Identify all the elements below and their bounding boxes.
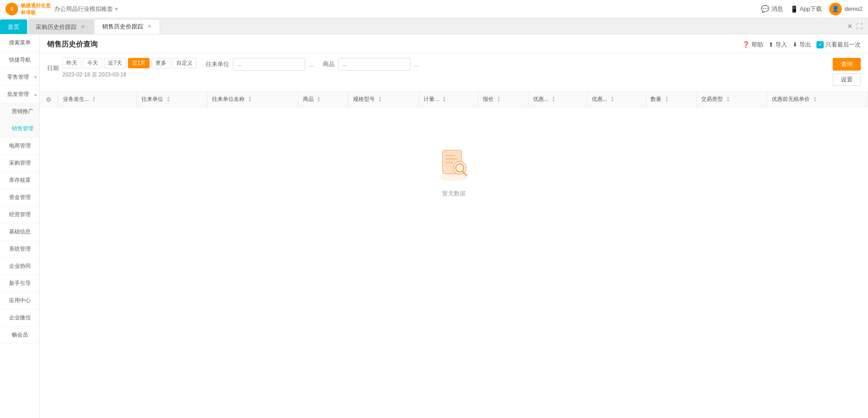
app-download-button[interactable]: 📱 App下载 xyxy=(790,5,822,13)
goods-filter-group: 商品 ... xyxy=(323,58,419,71)
col-discount2[interactable]: 优惠... ▲▼ xyxy=(587,92,646,107)
date-filter-label: 日期 xyxy=(47,64,59,72)
source-filter-group: 往来单位 ... xyxy=(206,58,314,71)
sort-icon: ▲▼ xyxy=(665,96,669,102)
user-area[interactable]: 👤 demo2 xyxy=(829,3,863,15)
sort-icon: ▲▼ xyxy=(92,96,96,102)
goods-input[interactable] xyxy=(338,58,410,71)
svg-text:6: 6 xyxy=(10,7,13,12)
sort-icon: ▲▼ xyxy=(317,96,321,102)
date-btn-custom[interactable]: 自定义 xyxy=(172,58,197,68)
svg-point-2 xyxy=(440,174,467,181)
svg-rect-6 xyxy=(445,162,453,163)
import-icon: ⬆ xyxy=(769,41,774,48)
sidebar-item-basic-info[interactable]: 基础信息 xyxy=(0,223,39,241)
header-left: 6 畅捷通好生意 标准版 办公用品行业模拟账套 ▾ xyxy=(5,2,118,15)
sidebar-item-marketing[interactable]: 营销推广 xyxy=(0,103,39,120)
col-discount1[interactable]: 优惠... ▲▼ xyxy=(528,92,587,107)
message-icon: 💬 xyxy=(761,5,769,13)
import-button[interactable]: ⬆ 导入 xyxy=(769,41,787,49)
search-button[interactable]: 查询 xyxy=(833,58,861,71)
date-btn-1month[interactable]: 近1月 xyxy=(128,58,150,68)
sidebar-item-newbie-guide[interactable]: 新手引导 xyxy=(0,275,39,292)
tab-sales-history[interactable]: 销售历史价跟踪 ✕ xyxy=(94,19,160,34)
col-quantity[interactable]: 数量 ▲▼ xyxy=(646,92,697,107)
table-header-row: ⚙ 业务发生... ▲▼ 往来单位 ▲▼ 往来单位名称 xyxy=(40,92,868,107)
main-layout: 搜索菜单 快捷导航 零售管理 ▾ 批发管理 ▴ 营销推广 销售管理 电商管理 采… xyxy=(0,34,868,418)
sidebar-item-sales-mgmt[interactable]: 销售管理 xyxy=(0,120,39,138)
sidebar-item-system-mgmt[interactable]: 系统管理 xyxy=(0,241,39,258)
page-title: 销售历史价查询 xyxy=(47,40,98,49)
tab-sales-close[interactable]: ✕ xyxy=(146,24,152,30)
sort-icon: ▲▼ xyxy=(611,96,614,102)
tab-fullscreen-button[interactable]: ⛶ xyxy=(856,23,863,30)
date-btn-more[interactable]: 更多 xyxy=(151,58,170,68)
col-biz-date[interactable]: 业务发生... ▲▼ xyxy=(58,92,137,107)
col-price[interactable]: 报价 ▲▼ xyxy=(478,92,528,107)
table-area: ⚙ 业务发生... ▲▼ 往来单位 ▲▼ 往来单位名称 xyxy=(40,92,868,234)
sidebar-item-retail-mgmt[interactable]: 零售管理 ▾ xyxy=(0,69,39,86)
sort-icon: ▲▼ xyxy=(552,96,556,102)
checkbox-checked-icon: ✓ xyxy=(816,41,824,48)
sidebar: 搜索菜单 快捷导航 零售管理 ▾ 批发管理 ▴ 营销推广 销售管理 电商管理 采… xyxy=(0,34,40,418)
sidebar-item-search-menu[interactable]: 搜索菜单 xyxy=(0,34,39,52)
sidebar-item-quick-nav[interactable]: 快捷导航 xyxy=(0,52,39,69)
sidebar-item-purchase-mgmt[interactable]: 采购管理 xyxy=(0,155,39,172)
date-btn-7days[interactable]: 近7天 xyxy=(104,58,126,68)
sort-icon: ▲▼ xyxy=(248,96,252,102)
settings-button[interactable]: 设置 xyxy=(833,73,861,86)
filter-container: 日期 昨天 今天 近7天 近1月 更多 自定义 2023-02-18 至 202… xyxy=(40,53,868,92)
goods-more-icon[interactable]: ... xyxy=(414,61,419,68)
sidebar-item-member[interactable]: 畅会员 xyxy=(0,327,39,344)
date-btn-yesterday[interactable]: 昨天 xyxy=(62,58,81,68)
help-icon: ❓ xyxy=(742,41,750,48)
tab-purchase-history[interactable]: 采购历史价跟踪 ✕ xyxy=(28,19,94,34)
chevron-up-icon: ▴ xyxy=(34,92,37,97)
empty-icon xyxy=(434,143,474,184)
date-btn-today[interactable]: 今天 xyxy=(83,58,102,68)
page-container: 销售历史价查询 ❓ 帮助 ⬆ 导入 ⬇ 导出 ✓ xyxy=(40,34,868,418)
col-unit-code[interactable]: 往来单位 ▲▼ xyxy=(137,92,208,107)
logo-area: 6 畅捷通好生意 标准版 xyxy=(5,2,51,15)
export-button[interactable]: ⬇ 导出 xyxy=(793,41,811,49)
source-input[interactable] xyxy=(233,58,305,71)
only-last-checkbox[interactable]: ✓ 只看最后一次 xyxy=(816,41,861,49)
col-settings[interactable]: ⚙ xyxy=(40,92,58,107)
col-pretax-price[interactable]: 优惠前无税单价 ▲▼ xyxy=(767,92,868,107)
sidebar-item-enterprise-wechat[interactable]: 企业微信 xyxy=(0,309,39,327)
col-trade-type[interactable]: 交易类型 ▲▼ xyxy=(697,92,767,107)
source-filter-label: 往来单位 xyxy=(206,60,229,68)
help-button[interactable]: ❓ 帮助 xyxy=(742,41,763,49)
tab-purchase-close[interactable]: ✕ xyxy=(80,24,86,30)
tab-actions: ✕ ⛶ xyxy=(847,18,868,34)
column-settings-icon[interactable]: ⚙ xyxy=(46,96,52,103)
tab-home-label: 首页 xyxy=(8,23,19,31)
chevron-down-icon: ▾ xyxy=(34,75,37,80)
date-filter-group: 日期 昨天 今天 近7天 近1月 更多 自定义 2023-02-18 至 202… xyxy=(47,58,197,79)
col-spec[interactable]: 规格型号 ▲▼ xyxy=(349,92,419,107)
empty-state: 暂无数据 xyxy=(40,107,868,234)
dropdown-icon[interactable]: ▾ xyxy=(115,5,118,12)
sidebar-item-operations-mgmt[interactable]: 经营管理 xyxy=(0,206,39,223)
message-button[interactable]: 💬 消息 xyxy=(761,5,783,13)
filter-row: 日期 昨天 今天 近7天 近1月 更多 自定义 2023-02-18 至 202… xyxy=(47,58,861,86)
tab-home[interactable]: 首页 xyxy=(0,19,27,34)
col-unit-name[interactable]: 往来单位名称 ▲▼ xyxy=(208,92,298,107)
sidebar-item-wholesale-mgmt[interactable]: 批发管理 ▴ xyxy=(0,86,39,103)
col-unit[interactable]: 计量... ▲▼ xyxy=(419,92,478,107)
data-table: ⚙ 业务发生... ▲▼ 往来单位 ▲▼ 往来单位名称 xyxy=(40,92,868,107)
col-goods[interactable]: 商品 ▲▼ xyxy=(298,92,349,107)
tab-purchase-label: 采购历史价跟踪 xyxy=(36,23,77,31)
tab-close-all-button[interactable]: ✕ xyxy=(847,23,853,30)
sidebar-item-inventory[interactable]: 库存核算 xyxy=(0,172,39,189)
date-buttons: 昨天 今天 近7天 近1月 更多 自定义 xyxy=(62,58,197,68)
sidebar-item-ecommerce-mgmt[interactable]: 电商管理 xyxy=(0,138,39,155)
sidebar-item-finance-mgmt[interactable]: 资金管理 xyxy=(0,189,39,206)
breadcrumb: 办公用品行业模拟账套 ▾ xyxy=(54,5,118,13)
source-more-icon[interactable]: ... xyxy=(309,61,314,68)
sidebar-item-app-center[interactable]: 应用中心 xyxy=(0,292,39,309)
logo-text: 畅捷通好生意 标准版 xyxy=(21,2,51,15)
date-section: 昨天 今天 近7天 近1月 更多 自定义 2023-02-18 至 2023-0… xyxy=(62,58,197,79)
page-header: 销售历史价查询 ❓ 帮助 ⬆ 导入 ⬇ 导出 ✓ xyxy=(40,34,868,53)
sidebar-item-enterprise-coop[interactable]: 企业协同 xyxy=(0,258,39,275)
